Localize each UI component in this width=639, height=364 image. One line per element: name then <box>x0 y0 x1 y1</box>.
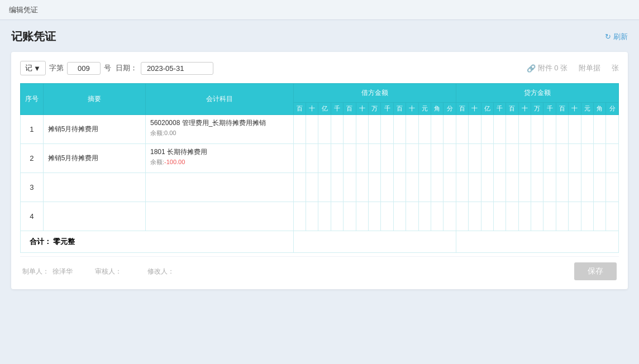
credit-cell[interactable] <box>481 202 493 231</box>
debit-cell[interactable] <box>356 173 368 202</box>
credit-cell[interactable] <box>531 173 543 202</box>
credit-cell[interactable] <box>556 202 568 231</box>
credit-cell[interactable] <box>469 115 481 144</box>
debit-cell[interactable] <box>318 144 331 173</box>
debit-cell[interactable] <box>444 202 456 231</box>
credit-cell[interactable] <box>493 144 506 173</box>
debit-cell[interactable] <box>356 202 368 231</box>
credit-cell[interactable] <box>518 144 531 173</box>
debit-cell[interactable] <box>318 202 331 231</box>
credit-cell[interactable] <box>606 173 619 202</box>
credit-cell[interactable] <box>569 144 581 173</box>
row-summary[interactable] <box>43 202 145 231</box>
save-button[interactable]: 保存 <box>574 262 617 280</box>
debit-cell[interactable] <box>306 144 318 173</box>
credit-cell[interactable] <box>506 173 518 202</box>
credit-cell[interactable] <box>518 202 531 231</box>
credit-cell[interactable] <box>569 202 581 231</box>
credit-cell[interactable] <box>469 173 481 202</box>
debit-cell[interactable] <box>369 173 381 202</box>
debit-cell[interactable] <box>418 173 431 202</box>
credit-cell[interactable] <box>543 115 556 144</box>
credit-cell[interactable] <box>469 202 481 231</box>
credit-cell[interactable] <box>481 173 493 202</box>
credit-cell[interactable] <box>581 115 593 144</box>
credit-cell[interactable] <box>556 115 568 144</box>
debit-cell[interactable] <box>306 202 318 231</box>
debit-cell[interactable] <box>344 202 356 231</box>
credit-cell[interactable] <box>493 173 506 202</box>
debit-cell[interactable] <box>393 115 406 144</box>
debit-cell[interactable] <box>444 115 456 144</box>
credit-cell[interactable] <box>606 115 619 144</box>
debit-cell[interactable] <box>344 173 356 202</box>
credit-cell[interactable] <box>581 144 593 173</box>
voucher-type-dropdown[interactable]: 记 ▼ <box>20 61 46 75</box>
credit-cell[interactable] <box>556 144 568 173</box>
debit-cell[interactable] <box>331 202 343 231</box>
credit-cell[interactable] <box>531 202 543 231</box>
date-input[interactable] <box>141 62 213 75</box>
credit-cell[interactable] <box>594 144 606 173</box>
debit-cell[interactable] <box>356 144 368 173</box>
debit-cell[interactable] <box>369 144 381 173</box>
credit-cell[interactable] <box>569 115 581 144</box>
row-account[interactable]: 1801 长期待摊费用余额:-100.00 <box>145 144 293 173</box>
credit-cell[interactable] <box>506 202 518 231</box>
credit-cell[interactable] <box>581 173 593 202</box>
credit-cell[interactable] <box>594 173 606 202</box>
debit-cell[interactable] <box>293 115 306 144</box>
credit-cell[interactable] <box>456 173 468 202</box>
debit-cell[interactable] <box>318 115 331 144</box>
debit-cell[interactable] <box>393 144 406 173</box>
debit-cell[interactable] <box>393 202 406 231</box>
row-summary[interactable] <box>43 173 145 202</box>
debit-cell[interactable] <box>331 173 343 202</box>
credit-cell[interactable] <box>594 115 606 144</box>
debit-cell[interactable] <box>369 115 381 144</box>
debit-cell[interactable] <box>431 202 443 231</box>
attachment-link[interactable]: 🔗 附件 0 张 <box>527 63 568 73</box>
debit-cell[interactable] <box>293 173 306 202</box>
credit-cell[interactable] <box>606 144 619 173</box>
debit-cell[interactable] <box>331 144 343 173</box>
credit-cell[interactable] <box>594 202 606 231</box>
credit-cell[interactable] <box>456 202 468 231</box>
debit-cell[interactable] <box>331 115 343 144</box>
debit-cell[interactable] <box>444 173 456 202</box>
credit-cell[interactable] <box>481 115 493 144</box>
debit-cell[interactable] <box>418 202 431 231</box>
credit-cell[interactable] <box>531 144 543 173</box>
row-summary[interactable]: 摊销5月待摊费用 <box>43 115 145 144</box>
debit-cell[interactable] <box>293 202 306 231</box>
voucher-number-input[interactable] <box>67 62 101 75</box>
debit-cell[interactable] <box>344 115 356 144</box>
credit-cell[interactable] <box>493 202 506 231</box>
credit-cell[interactable] <box>531 115 543 144</box>
debit-cell[interactable] <box>406 173 418 202</box>
debit-cell[interactable] <box>318 173 331 202</box>
debit-cell[interactable] <box>444 144 456 173</box>
credit-cell[interactable] <box>456 115 468 144</box>
credit-cell[interactable] <box>581 202 593 231</box>
debit-cell[interactable] <box>381 115 393 144</box>
refresh-button[interactable]: ↻ 刷新 <box>605 32 628 42</box>
credit-cell[interactable] <box>481 144 493 173</box>
credit-cell[interactable] <box>543 173 556 202</box>
credit-cell[interactable] <box>569 173 581 202</box>
credit-cell[interactable] <box>556 173 568 202</box>
fuju-button[interactable]: 附单据 <box>579 63 600 73</box>
debit-cell[interactable] <box>369 202 381 231</box>
credit-cell[interactable] <box>543 202 556 231</box>
row-account[interactable] <box>145 202 293 231</box>
debit-cell[interactable] <box>306 173 318 202</box>
credit-cell[interactable] <box>518 115 531 144</box>
credit-cell[interactable] <box>493 115 506 144</box>
debit-cell[interactable] <box>406 115 418 144</box>
debit-cell[interactable] <box>418 144 431 173</box>
debit-cell[interactable] <box>431 115 443 144</box>
debit-cell[interactable] <box>406 144 418 173</box>
debit-cell[interactable] <box>306 115 318 144</box>
debit-cell[interactable] <box>356 115 368 144</box>
credit-cell[interactable] <box>506 144 518 173</box>
